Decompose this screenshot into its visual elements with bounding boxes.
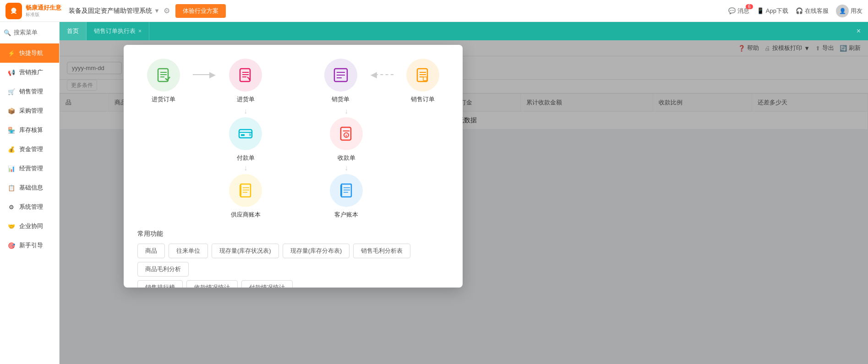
sidebar-search-area: 🔍 搜索菜单 <box>0 22 59 43</box>
top-bar-right: 💬 消息 6 📱 App下载 🎧 在线客服 👤 用友 <box>728 5 863 17</box>
supplier-ledger-icon <box>229 174 262 207</box>
svg-text:¥: ¥ <box>248 132 251 137</box>
guide-label: 新手引导 <box>19 241 43 250</box>
svg-rect-27 <box>240 184 251 197</box>
enterprise-label: 企业协同 <box>19 222 43 230</box>
flow-node-supplier-ledger[interactable]: 供应商账本 <box>218 174 273 219</box>
flow-node-customer-ledger[interactable]: 客户账本 <box>319 174 374 219</box>
marketing-icon: 📢 <box>7 68 16 76</box>
common-btn-product-profit[interactable]: 商品毛利分析 <box>137 262 189 277</box>
modal-overlay[interactable]: 进货订单 ▶ <box>60 40 868 364</box>
modal-dialog: 进货订单 ▶ <box>124 45 463 288</box>
quick-nav-icon: ⚡ <box>7 49 16 57</box>
logo-area: 畅康通好生意 标准版 <box>5 3 65 19</box>
flow-node-sale-order[interactable]: 销售订单 <box>397 59 449 103</box>
guide-icon: 🎯 <box>7 241 16 250</box>
page-content: ❓ 帮助 🖨 按模板打印 ▼ ⬆ 导出 🔄 刷新 <box>60 40 868 364</box>
message-button[interactable]: 💬 消息 6 <box>728 7 749 15</box>
online-service-button[interactable]: 🎧 在线客服 <box>796 7 829 15</box>
quick-nav-label: 快捷导航 <box>19 49 43 57</box>
svg-text:¥: ¥ <box>345 134 348 138</box>
system-label: 系统管理 <box>19 203 43 211</box>
trial-button[interactable]: 体验行业方案 <box>175 4 226 18</box>
common-btn-stock-dist[interactable]: 现存量(库存分布表) <box>283 244 350 258</box>
sidebar-item-guide[interactable]: 🎯 新手引导 <box>0 236 59 255</box>
common-btn-sales-rank[interactable]: 销售排行榜 <box>137 280 183 288</box>
sale-order-icon <box>406 59 439 92</box>
common-btn-payment-stats[interactable]: 付款情况统计 <box>241 280 293 288</box>
flow-node-payment[interactable]: ¥ 付款单 <box>218 117 273 162</box>
app-container: 畅康通好生意 标准版 装备及固定资产辅助管理系统 ▼ ⚙ 体验行业方案 💬 消息… <box>0 0 868 364</box>
common-btn-stock-status[interactable]: 现存量(库存状况表) <box>212 244 279 258</box>
marketing-label: 营销推广 <box>19 68 43 76</box>
settings-icon[interactable]: ⚙ <box>164 6 170 15</box>
flow-node-purchase-bill[interactable]: 进货单 <box>219 59 271 103</box>
customer-ledger-label: 客户账本 <box>334 211 358 219</box>
sidebar-item-quick-nav[interactable]: ⚡ 快捷导航 <box>0 43 59 63</box>
tab-home[interactable]: 首页 <box>60 22 87 40</box>
svg-rect-18 <box>423 77 427 81</box>
sidebar-item-basic-info[interactable]: 📋 基础信息 <box>0 178 59 197</box>
service-icon: 🎧 <box>796 7 803 14</box>
purchase-label: 采购管理 <box>19 107 43 115</box>
common-buttons-group-2: 销售排行榜 收款情况统计 付款情况统计 <box>137 280 449 288</box>
common-btn-sales-profit[interactable]: 销售毛利分析表 <box>353 244 410 258</box>
payment-label: 付款单 <box>237 154 255 162</box>
logo-text: 畅康通好生意 标准版 <box>26 4 61 18</box>
tab-close-icon[interactable]: × <box>138 28 142 34</box>
tab-home-label: 首页 <box>67 27 79 35</box>
logo-line1: 畅康通好生意 <box>26 4 61 12</box>
logo-icon <box>5 3 22 19</box>
system-title: 装备及固定资产辅助管理系统 <box>69 7 152 15</box>
sale-bill-label: 销货单 <box>332 95 349 103</box>
tab-sales-exec[interactable]: 销售订单执行表 × <box>87 22 149 40</box>
common-btn-counterpart[interactable]: 往来单位 <box>169 244 208 258</box>
receipt-icon: ¥ <box>330 117 363 150</box>
sidebar-item-marketing[interactable]: 📢 营销推广 <box>0 63 59 82</box>
sale-bill-icon <box>324 59 357 92</box>
user-button[interactable]: 👤 用友 <box>836 5 863 17</box>
receipt-label: 收款单 <box>338 154 355 162</box>
app-icon: 📱 <box>757 7 764 14</box>
sidebar-item-enterprise[interactable]: 🤝 企业协同 <box>0 217 59 236</box>
sale-order-label: 销售订单 <box>411 95 435 103</box>
svg-rect-33 <box>340 185 342 196</box>
svg-point-0 <box>11 7 16 12</box>
tab-bar-close-button[interactable]: × <box>849 22 868 40</box>
common-title: 常用功能 <box>137 230 449 238</box>
flow-node-purchase-order[interactable]: 进货订单 <box>137 59 189 103</box>
purchase-bill-label: 进货单 <box>237 95 255 103</box>
sidebar: 🔍 搜索菜单 ⚡ 快捷导航 📢 营销推广 🛒 销售管理 📦 采购管理 <box>0 22 60 364</box>
app-download-button[interactable]: 📱 App下载 <box>757 7 788 15</box>
flow-node-sale-bill[interactable]: 销货单 <box>315 59 366 103</box>
user-label: 用友 <box>851 7 863 15</box>
logo-line2: 标准版 <box>26 11 61 17</box>
search-menu-button[interactable]: 🔍 搜索菜单 <box>4 27 55 38</box>
purchase-order-label: 进货订单 <box>152 95 175 103</box>
sidebar-item-system[interactable]: ⚙ 系统管理 <box>0 197 59 217</box>
sidebar-item-sales[interactable]: 🛒 销售管理 <box>0 82 59 101</box>
operation-icon: 📊 <box>7 164 16 173</box>
customer-ledger-icon <box>330 174 363 207</box>
top-bar: 畅康通好生意 标准版 装备及固定资产辅助管理系统 ▼ ⚙ 体验行业方案 💬 消息… <box>0 0 868 22</box>
enterprise-icon: 🤝 <box>7 222 16 230</box>
sidebar-item-purchase[interactable]: 📦 采购管理 <box>0 101 59 120</box>
svg-rect-32 <box>341 184 351 197</box>
inventory-label: 库存核算 <box>19 126 43 134</box>
finance-label: 资金管理 <box>19 145 43 153</box>
tab-sales-exec-label: 销售订单执行表 <box>94 27 136 35</box>
supplier-ledger-label: 供应商账本 <box>231 211 261 219</box>
sidebar-item-operation[interactable]: 📊 经营管理 <box>0 159 59 178</box>
svg-rect-28 <box>240 185 241 196</box>
common-btn-product[interactable]: 商品 <box>137 244 165 258</box>
inventory-icon: 🏪 <box>7 126 16 134</box>
finance-icon: 💰 <box>7 145 16 153</box>
sidebar-item-finance[interactable]: 💰 资金管理 <box>0 140 59 159</box>
sidebar-item-inventory[interactable]: 🏪 库存核算 <box>0 120 59 140</box>
sales-icon: 🛒 <box>7 87 16 96</box>
common-buttons-group: 商品 往来单位 现存量(库存状况表) 现存量(库存分布表) 销售毛利分析表 商品… <box>137 244 449 277</box>
content-area: 首页 销售订单执行表 × × ❓ 帮助 <box>60 22 868 364</box>
flow-node-receipt[interactable]: ¥ 收款单 <box>319 117 374 162</box>
dropdown-icon[interactable]: ▼ <box>154 7 160 14</box>
common-btn-receipt-stats[interactable]: 收款情况统计 <box>186 280 238 288</box>
